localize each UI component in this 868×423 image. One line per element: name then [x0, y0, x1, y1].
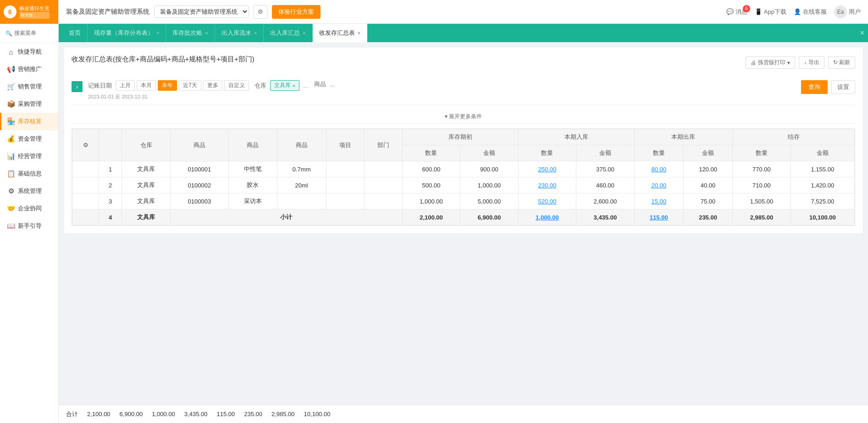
row-bal-amt: 1,155.00 — [791, 161, 854, 177]
tab-home[interactable]: 首页 — [62, 24, 88, 42]
online-service-button[interactable]: 👤 在线客服 — [794, 8, 827, 16]
date-btn-this-year[interactable]: 本年 — [158, 80, 177, 91]
sidebar-item-sales[interactable]: 🛒 销售管理 — [0, 78, 58, 95]
search-icon: 🔍 — [6, 30, 12, 37]
sidebar-item-shortcut[interactable]: ⌂ 快捷导航 — [0, 43, 58, 60]
tab-label: 收发存汇总表 — [319, 29, 355, 37]
user-area[interactable]: Ea 用户 — [834, 5, 861, 18]
sidebar-item-label: 经营管理 — [18, 152, 42, 160]
tab-inout-flow[interactable]: 出入库流水 × — [215, 24, 264, 42]
col-out-amt-header: 金额 — [683, 145, 732, 161]
query-button[interactable]: 查询 — [801, 80, 828, 94]
row-project — [326, 161, 364, 177]
tab-close-icon[interactable]: × — [303, 30, 305, 36]
export-icon: ↓ — [804, 59, 807, 66]
subtotal-open-amt: 6,900.00 — [460, 209, 518, 225]
row-checkbox[interactable] — [72, 177, 99, 193]
home-icon: ⌂ — [7, 48, 15, 56]
subtotal-in-qty[interactable]: 1,000.00 — [518, 209, 576, 225]
filter-collapse-button[interactable]: › — [72, 81, 83, 92]
goods-filter-label: 商品 — [314, 80, 326, 88]
col-bal-amt-header: 金额 — [791, 145, 854, 161]
expand-more-button[interactable]: ▾ 展开更多条件 — [72, 110, 855, 124]
date-btn-7days[interactable]: 近7天 — [179, 80, 201, 91]
sidebar: 6 畅捷通好生意 标准版 🔍 搜索菜单 ⌂ 快捷导航 📢 营销推广 🛒 销售管理… — [0, 0, 59, 423]
print-button[interactable]: 🖨 拣货版打印 ▾ — [746, 56, 795, 69]
goods-more[interactable]: ... — [330, 81, 335, 88]
tab-close-icon[interactable]: × — [156, 30, 159, 36]
online-service-label: 在线客服 — [803, 8, 827, 16]
col-settings-header[interactable]: ⚙ — [72, 129, 99, 161]
row-index: 2 — [99, 177, 122, 193]
refresh-button[interactable]: ↻ 刷新 — [828, 56, 855, 69]
export-label: 导出 — [808, 59, 819, 66]
total-open-qty: 2,100.00 — [87, 411, 111, 418]
filter-settings-button[interactable]: 设置 — [831, 80, 855, 94]
date-btn-last-month[interactable]: 上月 — [116, 80, 135, 91]
expand-icon: ▾ — [445, 113, 448, 120]
subtotal-out-amt: 235.00 — [683, 209, 732, 225]
app-download-button[interactable]: 📱 App下载 — [755, 8, 786, 16]
tab-close-icon[interactable]: × — [205, 30, 208, 36]
sidebar-item-marketing[interactable]: 📢 营销推广 — [0, 60, 58, 78]
date-btn-custom[interactable]: 自定义 — [224, 80, 249, 91]
enterprise-icon: 🤝 — [7, 204, 15, 213]
row-in-amt: 2,600.00 — [576, 193, 634, 209]
col-open-amt-header: 金额 — [460, 145, 518, 161]
settings-button[interactable]: ⚙ — [254, 5, 267, 19]
sidebar-item-inventory[interactable]: 🏪 库存核算 — [0, 113, 58, 130]
tab-close-icon[interactable]: × — [358, 30, 360, 36]
col-spec-header: 商品 — [277, 129, 326, 161]
sidebar-item-basic-info[interactable]: 📋 基础信息 — [0, 165, 58, 182]
tab-inout-summary[interactable]: 出入库汇总 × — [264, 24, 312, 42]
page-card: 收发存汇总表(按仓库+商品编码+商品+规格型号+项目+部门) 🖨 拣货版打印 ▾… — [64, 48, 862, 233]
sidebar-item-enterprise[interactable]: 🤝 企业协同 — [0, 200, 58, 217]
close-all-button[interactable]: × — [860, 29, 864, 37]
warehouse-tag-close[interactable]: × — [293, 83, 295, 88]
sidebar-item-system[interactable]: ⚙ 系统管理 — [0, 182, 58, 200]
message-button[interactable]: 💬 消息 6 — [726, 8, 747, 16]
date-btn-this-month[interactable]: 本月 — [137, 80, 156, 91]
row-in-qty[interactable]: 250.00 — [518, 161, 576, 177]
date-btn-more[interactable]: 更多 — [203, 80, 222, 91]
subtotal-checkbox — [72, 209, 99, 225]
warehouse-filter-tag: 文具库 × — [270, 80, 299, 91]
row-bal-amt: 7,525.00 — [791, 193, 854, 209]
subtotal-out-qty[interactable]: 115.00 — [634, 209, 683, 225]
row-open-amt: 900.00 — [460, 161, 518, 177]
tab-close-icon[interactable]: × — [254, 30, 257, 36]
row-in-qty[interactable]: 230.00 — [518, 177, 576, 193]
tab-label: 现存量（库存分布表） — [94, 29, 154, 37]
tab-stock-summary[interactable]: 收发存汇总表 × — [313, 24, 367, 42]
avatar: Ea — [834, 5, 847, 18]
system-title: 装备及固定资产辅助管理系统 — [66, 8, 149, 16]
sidebar-item-purchase[interactable]: 📦 采购管理 — [0, 95, 58, 113]
row-index: 3 — [99, 193, 122, 209]
row-in-qty[interactable]: 520.00 — [518, 193, 576, 209]
warehouse-tag-value: 文具库 — [274, 82, 291, 89]
trial-button[interactable]: 体验行业方案 — [272, 5, 321, 19]
sidebar-item-label: 基础信息 — [18, 170, 42, 178]
sidebar-item-guide[interactable]: 📖 新手引导 — [0, 217, 58, 235]
row-out-qty[interactable]: 80.00 — [634, 161, 683, 177]
export-button[interactable]: ↓ 导出 — [799, 56, 824, 69]
row-open-amt: 1,000.00 — [460, 177, 518, 193]
warehouse-more[interactable]: ... — [303, 82, 309, 89]
finance-icon: 💰 — [7, 135, 15, 143]
logo-text: 畅捷通好生意 — [19, 5, 50, 11]
sidebar-item-finance[interactable]: 💰 资金管理 — [0, 130, 58, 148]
row-checkbox[interactable] — [72, 161, 99, 177]
system-select[interactable]: 装备及固定资产辅助管理系统 — [154, 5, 249, 18]
row-out-qty[interactable]: 15.00 — [634, 193, 683, 209]
row-dept — [364, 193, 402, 209]
tab-label: 首页 — [69, 29, 81, 37]
row-checkbox[interactable] — [72, 193, 99, 209]
search-menu-button[interactable]: 🔍 搜索菜单 — [4, 27, 55, 39]
row-in-amt: 460.00 — [576, 177, 634, 193]
sidebar-item-operations[interactable]: 📊 经营管理 — [0, 148, 58, 165]
table-settings-icon[interactable]: ⚙ — [83, 142, 88, 148]
tab-stock-distribution[interactable]: 现存量（库存分布表） × — [88, 24, 166, 42]
tab-batch-account[interactable]: 库存批次账 × — [166, 24, 215, 42]
row-out-qty[interactable]: 20.00 — [634, 177, 683, 193]
sidebar-item-label: 库存核算 — [18, 117, 42, 126]
